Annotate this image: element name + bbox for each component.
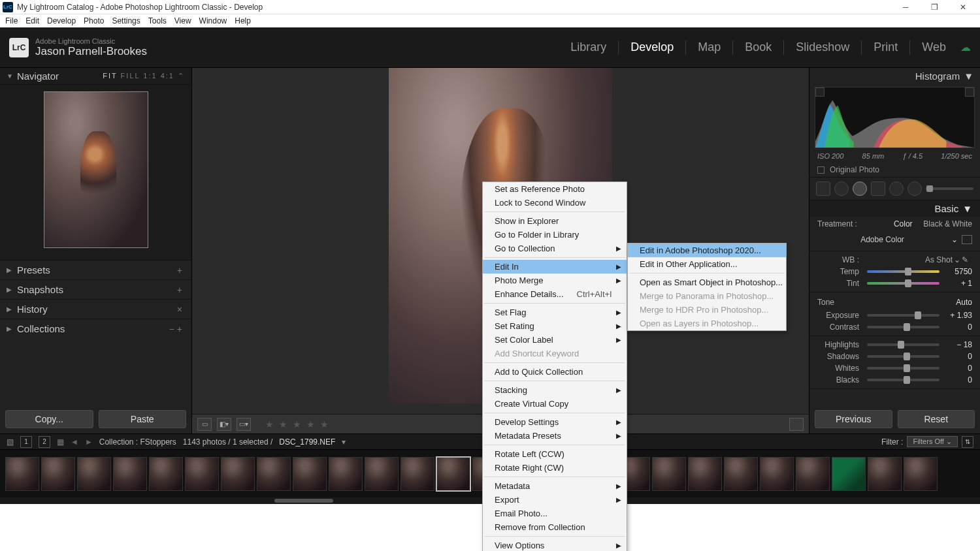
menu-develop[interactable]: Develop xyxy=(43,16,80,25)
filmstrip-thumb[interactable] xyxy=(221,457,255,491)
panel-snapshots[interactable]: ▶Snapshots+ xyxy=(0,279,191,299)
slider-blacks[interactable]: Blacks0 xyxy=(809,374,980,386)
filter-lock-icon[interactable]: ⇅ xyxy=(962,436,973,448)
filmstrip-thumb[interactable] xyxy=(293,457,327,491)
ctx-export[interactable]: Export▶ xyxy=(483,493,627,507)
filmstrip-thumb[interactable] xyxy=(904,457,938,491)
module-develop[interactable]: Develop xyxy=(625,38,679,57)
nav-fwd-icon[interactable]: ► xyxy=(85,437,93,447)
filmstrip-thumb[interactable] xyxy=(436,457,470,491)
ctx-set-flag[interactable]: Set Flag▶ xyxy=(483,306,627,319)
grad-filter-tool[interactable] xyxy=(871,181,885,196)
cloud-sync-icon[interactable]: ☁ xyxy=(960,41,971,54)
slider-contrast[interactable]: Contrast0 xyxy=(809,321,980,333)
ctx-enhance-details[interactable]: Enhance Details...Ctrl+Alt+I xyxy=(483,287,627,301)
menu-view[interactable]: View xyxy=(171,16,195,25)
crop-tool[interactable] xyxy=(816,181,830,196)
soft-proof-toggle[interactable] xyxy=(789,418,804,431)
filmstrip-thumb[interactable] xyxy=(796,457,830,491)
ctx-view-options[interactable]: View Options▶ xyxy=(483,539,627,551)
original-photo-toggle[interactable]: Original Photo xyxy=(809,163,980,178)
slider-tint[interactable]: Tint+ 1 xyxy=(809,277,980,289)
treatment-color[interactable]: Color xyxy=(894,219,913,228)
display-2-button[interactable]: 2 xyxy=(39,436,50,448)
maximize-button[interactable]: ❐ xyxy=(920,3,949,12)
slider-exposure[interactable]: Exposure+ 1.93 xyxy=(809,309,980,321)
menu-edit[interactable]: Edit xyxy=(22,16,43,25)
navigator-zoom-options[interactable]: FIT FILL 1:1 4:1 ⌃ xyxy=(103,72,185,80)
spot-tool[interactable] xyxy=(834,181,849,196)
filmstrip-thumb[interactable] xyxy=(365,457,399,491)
module-web[interactable]: Web xyxy=(917,38,951,57)
copy-button[interactable]: Copy... xyxy=(5,410,93,428)
shadow-clip-icon[interactable] xyxy=(815,87,825,97)
highlight-clip-icon[interactable] xyxy=(965,87,974,97)
grid-icon[interactable]: ▦ xyxy=(57,437,64,447)
filmstrip-thumb[interactable] xyxy=(832,457,866,491)
nav-back-icon[interactable]: ◄ xyxy=(71,437,78,447)
ctx-set-as-reference-photo[interactable]: Set as Reference Photo xyxy=(483,182,627,196)
minimize-button[interactable]: ─ xyxy=(891,3,920,12)
checkbox-icon[interactable] xyxy=(817,166,825,174)
ctx-show-in-explorer[interactable]: Show in Explorer xyxy=(483,214,627,228)
filmstrip-thumb[interactable] xyxy=(149,457,183,491)
filmstrip-thumb[interactable] xyxy=(652,457,686,491)
ctx-edit-in-adobe-photoshop-2020[interactable]: Edit in Adobe Photoshop 2020... xyxy=(628,244,786,257)
auto-tone-button[interactable]: Auto xyxy=(956,298,972,307)
filmstrip-thumb[interactable] xyxy=(329,457,363,491)
profile-row[interactable]: Adobe Color⌄ xyxy=(809,231,980,248)
filmstrip-thumb[interactable] xyxy=(257,457,291,491)
mask-amount-slider[interactable] xyxy=(926,187,973,190)
panel-history[interactable]: ▶History× xyxy=(0,299,191,319)
filmstrip-thumb[interactable] xyxy=(185,457,219,491)
panel-presets[interactable]: ▶Presets+ xyxy=(0,260,191,279)
module-book[interactable]: Book xyxy=(740,38,777,57)
filmstrip-thumb[interactable] xyxy=(113,457,147,491)
module-slideshow[interactable]: Slideshow xyxy=(791,38,855,57)
wb-dropper-icon[interactable]: ✎ xyxy=(962,255,972,264)
previous-button[interactable]: Previous xyxy=(815,410,892,428)
profile-browser-icon[interactable] xyxy=(962,235,972,244)
menu-tools[interactable]: Tools xyxy=(144,16,171,25)
panel-collections[interactable]: ▶Collections− + xyxy=(0,319,191,338)
ctx-photo-merge[interactable]: Photo Merge▶ xyxy=(483,274,627,287)
ctx-open-as-smart-object-in-photoshop[interactable]: Open as Smart Object in Photoshop... xyxy=(628,276,786,289)
filmstrip-thumb[interactable] xyxy=(868,457,902,491)
close-button[interactable]: ✕ xyxy=(949,3,977,12)
filmstrip-thumb[interactable] xyxy=(724,457,758,491)
module-library[interactable]: Library xyxy=(565,38,612,57)
ctx-go-to-collection[interactable]: Go to Collection▶ xyxy=(483,242,627,255)
view-options-button[interactable]: ▭▾ xyxy=(237,418,251,431)
menu-file[interactable]: File xyxy=(1,16,22,25)
radial-filter-tool[interactable] xyxy=(889,181,904,196)
filmstrip-thumb[interactable] xyxy=(5,457,39,491)
menu-help[interactable]: Help xyxy=(231,16,255,25)
brush-tool[interactable] xyxy=(907,181,922,196)
reset-button[interactable]: Reset xyxy=(898,410,975,428)
navigator-thumbnail[interactable] xyxy=(0,85,191,260)
module-map[interactable]: Map xyxy=(693,38,726,57)
menu-settings[interactable]: Settings xyxy=(108,16,144,25)
ctx-remove-from-collection[interactable]: Remove from Collection xyxy=(483,520,627,534)
filmstrip-thumb[interactable] xyxy=(77,457,111,491)
ctx-stacking[interactable]: Stacking▶ xyxy=(483,383,627,397)
ctx-edit-in[interactable]: Edit In▶ xyxy=(483,260,627,274)
module-print[interactable]: Print xyxy=(868,38,903,57)
ctx-rotate-right-cw[interactable]: Rotate Right (CW) xyxy=(483,461,627,475)
display-1-button[interactable]: 1 xyxy=(20,436,32,448)
ctx-email-photo[interactable]: Email Photo... xyxy=(483,507,627,520)
ctx-develop-settings[interactable]: Develop Settings▶ xyxy=(483,415,627,429)
ctx-set-rating[interactable]: Set Rating▶ xyxy=(483,319,627,333)
second-monitor-icon[interactable]: ▧ xyxy=(7,437,14,447)
navigator-header[interactable]: ▼ Navigator FIT FILL 1:1 4:1 ⌃ xyxy=(0,68,191,85)
slider-whites[interactable]: Whites0 xyxy=(809,362,980,374)
ctx-set-color-label[interactable]: Set Color Label▶ xyxy=(483,333,627,347)
slider-temp[interactable]: Temp5750 xyxy=(809,266,980,277)
ctx-metadata-presets[interactable]: Metadata Presets▶ xyxy=(483,429,627,443)
wb-row[interactable]: WB : As Shot ⌄ ✎ xyxy=(809,254,980,266)
ctx-edit-in-other-application[interactable]: Edit in Other Application... xyxy=(628,257,786,271)
histogram[interactable] xyxy=(815,87,975,148)
context-submenu-edit-in[interactable]: Edit in Adobe Photoshop 2020...Edit in O… xyxy=(627,243,787,331)
loupe-view-button[interactable]: ▭ xyxy=(197,418,212,431)
paste-button[interactable]: Paste xyxy=(99,410,187,428)
